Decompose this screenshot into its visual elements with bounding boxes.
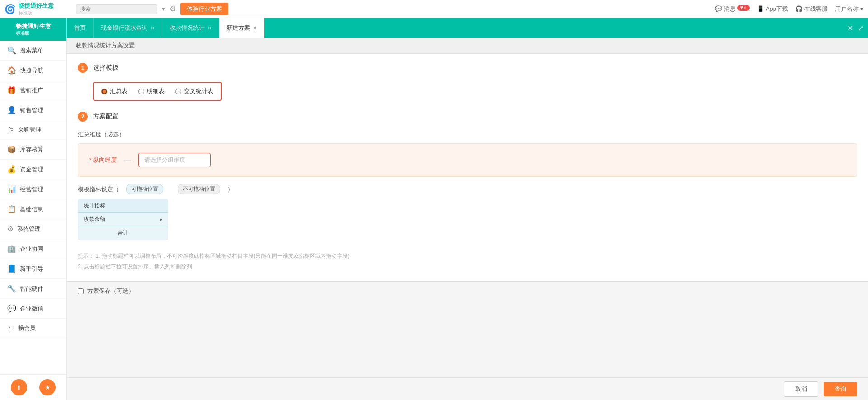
stats-chevron-icon[interactable]: ▾ — [160, 216, 162, 223]
sidebar-bottom: ⬆ ★ — [0, 374, 66, 400]
radio-detail-label: 明细表 — [147, 87, 165, 95]
step1-label: 选择模板 — [93, 64, 118, 72]
radio-detail-input[interactable] — [138, 89, 144, 94]
tab-receipts[interactable]: 收款情况统计 ✕ — [162, 18, 219, 38]
sidebar-label-inventory: 库存核算 — [20, 146, 43, 154]
search-input[interactable] — [76, 4, 157, 14]
sidebar-label-finance: 资金管理 — [20, 165, 43, 174]
radio-cross-input[interactable] — [175, 89, 181, 94]
non-drag-legend: 不可拖动位置 — [178, 184, 220, 194]
sidebar-btn-2[interactable]: ★ — [39, 379, 56, 395]
tab-new-plan-close[interactable]: ✕ — [253, 25, 257, 31]
inventory-icon: 📦 — [7, 145, 16, 154]
radio-summary[interactable]: 汇总表 — [101, 87, 127, 95]
tab-cashflow-label: 现金银行流水查询 — [101, 24, 148, 32]
user-chevron-icon: ▾ — [860, 5, 863, 12]
tab-bar-right: ✕ ⤢ — [847, 24, 868, 33]
sidebar-item-basics[interactable]: 📋 基础信息 — [0, 199, 66, 219]
non-draggable-pill: 不可拖动位置 — [178, 184, 220, 194]
stats-total: 合计 — [78, 226, 168, 240]
tips-section: 提示： 1. 拖动标题栏可以调整布局，不可跨维度或指标区域拖动栏目字段(只能在同… — [78, 250, 857, 272]
sidebar-item-system[interactable]: ⚙ 系统管理 — [0, 219, 66, 239]
notification-btn[interactable]: 💬 消息 99+ — [715, 5, 750, 13]
tab-home-label: 首页 — [74, 24, 86, 32]
query-button[interactable]: 查询 — [824, 382, 857, 396]
sidebar-label-member: 畅会员 — [18, 324, 36, 332]
tab-maximize-icon[interactable]: ⤢ — [858, 24, 863, 33]
sidebar-item-inventory[interactable]: 📦 库存核算 — [0, 140, 66, 160]
download-label: App下载 — [766, 5, 788, 13]
operations-icon: 📊 — [7, 185, 16, 193]
top-bar-right: 💬 消息 99+ 📱 App下载 🎧 在线客服 用户名称 ▾ — [715, 5, 863, 13]
drag-legend: 可拖动位置 — [126, 184, 163, 194]
tip-1: 提示： 1. 拖动标题栏可以调整布局，不可跨维度或指标区域拖动栏目字段(只能在同… — [78, 250, 857, 261]
sidebar-item-purchase[interactable]: 🛍 采购管理 — [0, 120, 66, 140]
sidebar-item-marketing[interactable]: 🎁 营销推广 — [0, 80, 66, 100]
tab-receipts-label: 收款情况统计 — [170, 24, 205, 32]
sidebar-item-cooperation[interactable]: 🏢 企业协同 — [0, 239, 66, 259]
sidebar-label-basics: 基础信息 — [20, 205, 43, 213]
logo-text: 畅捷通好生意 — [19, 2, 54, 10]
sidebar-item-wechat[interactable]: 💬 企业微信 — [0, 299, 66, 319]
wechat-icon: 💬 — [7, 304, 16, 313]
sidebar-item-operations[interactable]: 📊 经营管理 — [0, 179, 66, 199]
metrics-setting-label: 模板指标设定（ — [78, 185, 119, 193]
dropdown-icon[interactable]: ▾ — [162, 5, 165, 12]
sidebar-item-guide[interactable]: 📘 新手引导 — [0, 259, 66, 279]
tip-2: 2. 点击标题栏下拉可设置排序、插入列和删除列 — [78, 261, 857, 272]
logo: 🌀 畅捷通好生意 标准版 — [5, 2, 71, 16]
sidebar-item-member[interactable]: 🏷 畅会员 — [0, 319, 66, 338]
settings-icon[interactable]: ⚙ — [170, 5, 176, 13]
sidebar-btn-1[interactable]: ⬆ — [11, 379, 27, 395]
industry-btn[interactable]: 体验行业方案 — [180, 3, 228, 15]
sidebar-label-guide: 新手引导 — [20, 265, 43, 273]
save-checkbox[interactable] — [78, 288, 84, 294]
sidebar-item-sales[interactable]: 👤 销售管理 — [0, 100, 66, 120]
footer-bar: 取消 查询 — [67, 377, 868, 400]
radio-summary-label: 汇总表 — [110, 87, 127, 95]
tab-receipts-close[interactable]: ✕ — [208, 25, 212, 31]
dimension-select[interactable]: 请选择分组维度 — [138, 153, 211, 167]
metrics-label-row: 模板指标设定（ 可拖动位置 不可拖动位置 — [78, 184, 857, 194]
sidebar-label-wechat: 企业微信 — [20, 305, 43, 313]
sidebar-item-finance[interactable]: 💰 资金管理 — [0, 160, 66, 179]
sidebar-item-hardware[interactable]: 🔧 智能硬件 — [0, 279, 66, 299]
tab-cashflow-close[interactable]: ✕ — [151, 25, 155, 31]
form-section: 1 选择模板 汇总表 明细表 交叉统计表 — [67, 54, 868, 281]
radio-summary-input[interactable] — [101, 89, 107, 94]
sidebar-label-system: 系统管理 — [17, 225, 41, 233]
cancel-button[interactable]: 取消 — [784, 381, 818, 397]
step2-number: 2 — [78, 112, 88, 122]
guide-icon: 📘 — [7, 264, 16, 273]
tab-close-all-icon[interactable]: ✕ — [847, 24, 853, 33]
metrics-close: ） — [227, 185, 233, 193]
stats-row-item[interactable]: 收款金额 ▾ — [78, 213, 168, 226]
step1-number: 1 — [78, 63, 88, 73]
top-bar: 🌀 畅捷通好生意 标准版 ▾ ⚙ 体验行业方案 💬 消息 99+ 📱 App下载… — [0, 0, 868, 18]
step1-block: 1 选择模板 — [78, 63, 857, 73]
radio-detail[interactable]: 明细表 — [138, 87, 165, 95]
notification-label: 消息 — [724, 5, 736, 13]
page-content: 收款情况统计方案设置 1 选择模板 汇总表 明细表 — [67, 38, 868, 377]
sidebar-label-operations: 经营管理 — [20, 185, 43, 193]
service-btn[interactable]: 🎧 在线客服 — [795, 5, 828, 13]
dimension-area: * 纵向维度 — 请选择分组维度 — [78, 143, 857, 177]
metrics-setting: 模板指标设定（ 可拖动位置 不可拖动位置 — [78, 184, 857, 241]
sidebar-label-search: 搜索菜单 — [20, 47, 43, 55]
user-menu[interactable]: 用户名称 ▾ — [835, 5, 863, 13]
sidebar-item-search-menu[interactable]: 🔍 搜索菜单 — [0, 41, 66, 61]
search-menu-icon: 🔍 — [7, 46, 16, 55]
download-icon: 📱 — [757, 5, 764, 12]
sidebar-label-hardware: 智能硬件 — [20, 285, 43, 293]
tab-home[interactable]: 首页 — [67, 18, 94, 38]
tab-cashflow[interactable]: 现金银行流水查询 ✕ — [94, 18, 162, 38]
sidebar-label-purchase: 采购管理 — [18, 126, 42, 134]
radio-cross[interactable]: 交叉统计表 — [175, 87, 213, 95]
system-icon: ⚙ — [7, 225, 14, 233]
draggable-pill: 可拖动位置 — [126, 184, 163, 194]
logo-sub: 标准版 — [19, 10, 54, 16]
sidebar-item-quick-nav[interactable]: 🏠 快捷导航 — [0, 61, 66, 80]
download-btn[interactable]: 📱 App下载 — [757, 5, 788, 13]
save-label[interactable]: 方案保存（可选） — [87, 287, 134, 295]
tab-new-plan[interactable]: 新建方案 ✕ — [219, 18, 264, 38]
